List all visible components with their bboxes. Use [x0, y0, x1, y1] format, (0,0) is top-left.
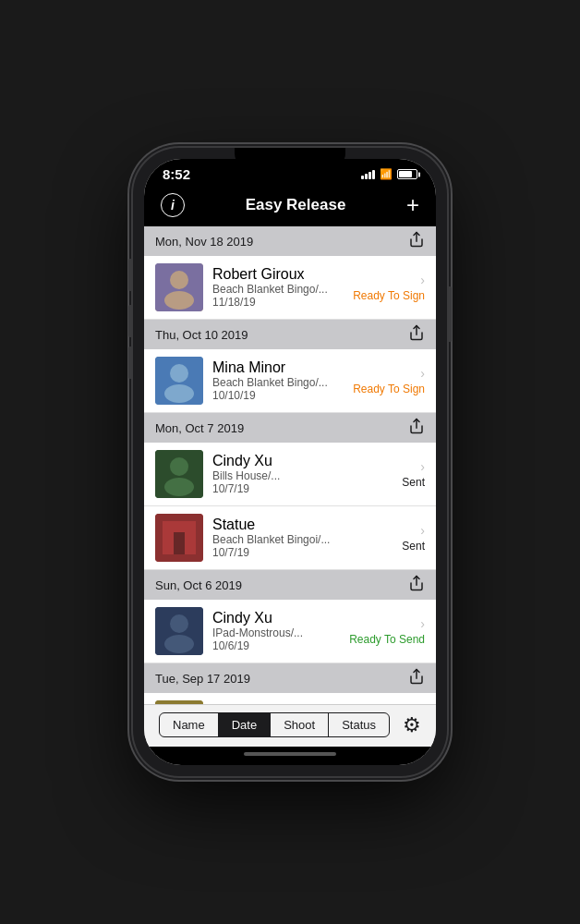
svg-point-2 — [170, 271, 188, 289]
item-shoot: Beach Blanket Bingo/... — [212, 283, 344, 296]
share-icon-5[interactable] — [408, 668, 425, 688]
chevron-icon: › — [420, 459, 425, 474]
notch — [235, 148, 345, 168]
svg-rect-14 — [174, 532, 185, 554]
item-shoot: Bills House/... — [212, 469, 393, 482]
item-name: Cindy Xu — [212, 453, 393, 469]
svg-point-6 — [170, 364, 188, 383]
item-info: Cindy Xu Bills House/... 10/7/19 — [212, 453, 393, 495]
tab-status[interactable]: Status — [329, 713, 389, 736]
avatar — [155, 263, 203, 311]
section-date-3: Mon, Oct 7 2019 — [155, 421, 244, 435]
chevron-icon: › — [420, 273, 425, 287]
item-right: › Ready To Sign — [353, 366, 425, 395]
tab-shoot[interactable]: Shoot — [271, 713, 329, 736]
section-header-4: Sun, Oct 6 2019 — [144, 570, 436, 600]
item-shoot: Beach Blanket Bingoi/... — [212, 533, 393, 546]
section-date-4: Sun, Oct 6 2019 — [155, 578, 242, 592]
tab-date[interactable]: Date — [219, 713, 271, 736]
item-date: 11/18/19 — [212, 296, 344, 309]
section-header-2: Thu, Oct 10 2019 — [144, 320, 436, 349]
nav-title: Easy Release — [246, 196, 346, 214]
status-badge: Ready To Sign — [353, 383, 425, 395]
item-info: Cindy Xu IPad-Monstrous/... 10/6/19 — [212, 610, 340, 652]
signal-icon — [361, 170, 375, 179]
section-date-1: Mon, Nov 18 2019 — [155, 235, 253, 249]
nav-bar: i Easy Release + — [144, 186, 436, 226]
list-item[interactable]: Cindy Xu IPad-Monstrous/... 10/6/19 › Re… — [144, 600, 436, 663]
item-right: › Ready To Sign — [353, 273, 425, 302]
section-header-1: Mon, Nov 18 2019 — [144, 226, 436, 256]
settings-icon[interactable]: ⚙ — [403, 713, 421, 737]
chevron-icon: › — [420, 366, 425, 381]
status-badge: Sent — [402, 540, 425, 553]
svg-point-18 — [164, 635, 194, 653]
status-badge: Sent — [402, 476, 425, 489]
status-time: 8:52 — [163, 166, 190, 182]
tab-bar: Name Date Shoot Status ⚙ — [144, 704, 436, 747]
status-badge: Ready To Sign — [353, 289, 425, 302]
tab-group: Name Date Shoot Status — [159, 712, 390, 737]
info-button[interactable]: i — [161, 193, 185, 217]
share-icon-3[interactable] — [408, 418, 425, 438]
item-right: › Sent — [402, 459, 425, 489]
avatar — [155, 514, 203, 562]
item-name: Robert Giroux — [212, 266, 344, 283]
share-icon-2[interactable] — [408, 324, 425, 345]
list-item[interactable]: Cindy Xu Bills House/... 10/7/19 › Sent — [144, 443, 436, 506]
status-icons: 📶 — [361, 168, 417, 180]
item-shoot: IPad-Monstrous/... — [212, 626, 340, 639]
item-date: 10/10/19 — [212, 389, 344, 402]
content-list: Mon, Nov 18 2019 Robert Giroux Beach Bla… — [144, 226, 436, 704]
list-item[interactable]: Statue Beach Blanket Bingoi/... 10/7/19 … — [144, 506, 436, 570]
item-info: Mina Minor Beach Blanket Bingo/... 10/10… — [212, 359, 344, 402]
item-name: Statue — [212, 517, 393, 533]
item-info: Robert Giroux Beach Blanket Bingo/... 11… — [212, 266, 344, 309]
battery-icon — [397, 169, 417, 179]
avatar — [155, 357, 203, 405]
share-icon-1[interactable] — [408, 231, 425, 251]
section-header-5: Tue, Sep 17 2019 — [144, 663, 436, 693]
item-right: › Sent — [402, 523, 425, 553]
avatar — [155, 450, 203, 498]
svg-point-11 — [164, 478, 194, 496]
section-date-5: Tue, Sep 17 2019 — [155, 672, 250, 686]
svg-point-10 — [170, 457, 188, 476]
list-item[interactable]: Mina Minor Beach Blanket Bingo/... 10/10… — [144, 349, 436, 413]
status-badge: Ready To Send — [349, 633, 425, 646]
item-right: › Ready To Send — [349, 616, 425, 646]
home-indicator — [144, 747, 436, 765]
phone-screen: 8:52 📶 i Easy Release + — [144, 159, 436, 765]
item-date: 10/7/19 — [212, 546, 393, 559]
item-name: Mina Minor — [212, 359, 344, 376]
item-date: 10/7/19 — [212, 482, 393, 495]
svg-point-17 — [170, 614, 188, 633]
list-item[interactable]: Elayna C Beach Blanket Bingo/... 9/17/19… — [144, 693, 436, 704]
svg-point-3 — [164, 291, 194, 310]
home-bar — [244, 752, 336, 756]
item-date: 10/6/19 — [212, 639, 340, 652]
wifi-icon: 📶 — [380, 168, 393, 180]
svg-point-7 — [164, 384, 194, 403]
tab-name[interactable]: Name — [160, 713, 219, 736]
phone-frame: 8:52 📶 i Easy Release + — [133, 148, 447, 776]
add-button[interactable]: + — [406, 194, 419, 216]
avatar — [155, 607, 203, 655]
list-item[interactable]: Robert Giroux Beach Blanket Bingo/... 11… — [144, 256, 436, 320]
chevron-icon: › — [420, 523, 425, 538]
item-info: Statue Beach Blanket Bingoi/... 10/7/19 — [212, 517, 393, 559]
section-header-3: Mon, Oct 7 2019 — [144, 413, 436, 443]
item-shoot: Beach Blanket Bingo/... — [212, 376, 344, 389]
section-date-2: Thu, Oct 10 2019 — [155, 328, 248, 342]
chevron-icon: › — [420, 616, 425, 631]
item-name: Cindy Xu — [212, 610, 340, 626]
share-icon-4[interactable] — [408, 575, 425, 595]
